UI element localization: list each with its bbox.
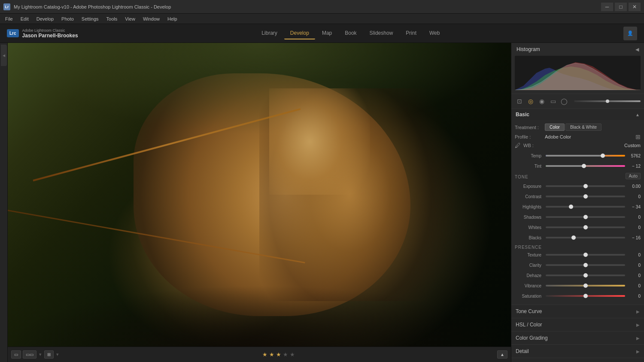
star-3[interactable]: ★ — [276, 351, 281, 358]
filmstrip-toggle[interactable]: ▲ — [497, 350, 507, 359]
close-button[interactable]: ✕ — [629, 3, 641, 11]
clarity-slider-row: Clarity 0 — [515, 261, 641, 269]
hsl-color-section[interactable]: HSL / Color ▶ — [511, 318, 644, 332]
dehaze-thumb[interactable] — [583, 273, 588, 278]
left-panel-collapse[interactable]: ◀ — [1, 45, 7, 66]
whites-value: 0 — [627, 225, 641, 230]
detail-section[interactable]: Detail ▶ — [511, 345, 644, 358]
auto-button[interactable]: Auto — [626, 173, 641, 179]
highlights-thumb[interactable] — [569, 205, 573, 209]
photo-area: ▭ ▭▭ ▾ ⊞ ▾ ★ ★ ★ ★ ★ ▲ — [8, 43, 511, 362]
wb-value[interactable]: Custom — [624, 143, 641, 148]
tint-track[interactable] — [546, 165, 625, 167]
contrast-track[interactable] — [546, 196, 625, 197]
tint-slider-row: Tint − 12 — [515, 162, 641, 170]
clarity-label: Clarity — [515, 263, 544, 268]
dehaze-track[interactable] — [546, 275, 625, 276]
tint-thumb[interactable] — [582, 164, 586, 168]
titlebar-left: Lr My Lightroom Catalog-v10 - Adobe Phot… — [3, 3, 171, 10]
basic-panel-header[interactable]: Basic ▲ — [511, 109, 644, 120]
profile-value[interactable]: Adobe Color — [545, 134, 635, 139]
view-mode-single[interactable]: ▭ — [11, 350, 21, 359]
topnav-right: 👤 — [623, 27, 637, 40]
vibrance-thumb[interactable] — [583, 284, 588, 288]
wb-row: 🖊 WB : Custom — [515, 142, 641, 149]
contrast-thumb[interactable] — [583, 194, 588, 199]
menu-edit[interactable]: Edit — [17, 15, 32, 22]
color-grading-section[interactable]: Color Grading ▶ — [511, 332, 644, 345]
titlebar-controls: ─ □ ✕ — [601, 3, 641, 11]
histogram-collapse-arrow[interactable]: ◀ — [635, 47, 639, 52]
shadows-thumb[interactable] — [583, 215, 588, 219]
photo-dog-head — [269, 88, 370, 195]
mini-exposure-slider[interactable] — [574, 100, 641, 102]
menu-view[interactable]: View — [122, 15, 139, 22]
blacks-track[interactable] — [546, 237, 625, 238]
saturation-thumb[interactable] — [583, 294, 588, 298]
menu-window[interactable]: Window — [140, 15, 163, 22]
wb-eyedropper-icon[interactable]: 🖊 — [515, 142, 521, 149]
star-4[interactable]: ★ — [283, 351, 288, 358]
saturation-track[interactable] — [546, 295, 625, 297]
module-map[interactable]: Map — [316, 27, 338, 39]
module-slideshow[interactable]: Slideshow — [364, 27, 399, 39]
exposure-slider-row — [571, 100, 641, 102]
saturation-slider-row: Saturation 0 — [515, 292, 641, 300]
basic-panel-arrow: ▲ — [635, 112, 640, 117]
crop-tool[interactable]: ⊡ — [515, 97, 524, 106]
exposure-thumb[interactable] — [583, 184, 588, 188]
menu-develop[interactable]: Develop — [33, 15, 57, 22]
treatment-bw-btn[interactable]: Black & White — [565, 124, 601, 131]
shadows-track[interactable] — [546, 216, 625, 218]
app-name: Adobe Lightroom Classic — [22, 28, 78, 33]
texture-track[interactable] — [546, 254, 625, 256]
menu-help[interactable]: Help — [164, 15, 181, 22]
module-develop[interactable]: Develop — [284, 27, 315, 39]
module-web[interactable]: Web — [423, 27, 446, 39]
whites-thumb[interactable] — [583, 225, 588, 229]
lens-corrections-section[interactable]: Lens Corrections ▶ — [511, 358, 644, 362]
gradient-filter[interactable]: ▭ — [548, 97, 558, 106]
view-mode-compare[interactable]: ▭▭ — [23, 350, 36, 359]
menu-settings[interactable]: Settings — [78, 15, 102, 22]
clarity-thumb[interactable] — [583, 263, 588, 267]
blacks-slider-row: Blacks − 16 — [515, 233, 641, 242]
module-library[interactable]: Library — [255, 27, 283, 39]
module-book[interactable]: Book — [339, 27, 362, 39]
clarity-track[interactable] — [546, 264, 625, 266]
texture-slider-row: Texture 0 — [515, 250, 641, 259]
treatment-color-btn[interactable]: Color — [545, 124, 565, 131]
mini-exposure-thumb — [606, 100, 609, 103]
highlights-track[interactable] — [546, 206, 625, 208]
redeye-tool[interactable]: ◉ — [537, 97, 547, 106]
module-print[interactable]: Print — [400, 27, 422, 39]
whites-track[interactable] — [546, 226, 625, 228]
highlights-slider-row: Highlights − 34 — [515, 202, 641, 211]
menu-file[interactable]: File — [2, 15, 16, 22]
radial-filter[interactable]: ◯ — [559, 97, 569, 106]
maximize-button[interactable]: □ — [615, 3, 627, 11]
tone-curve-section[interactable]: Tone Curve ▶ — [511, 305, 644, 318]
temp-track[interactable] — [546, 155, 625, 157]
exposure-track[interactable] — [546, 185, 625, 187]
texture-thumb[interactable] — [583, 253, 588, 257]
window-title: My Lightroom Catalog-v10 - Adobe Photosh… — [14, 4, 171, 9]
minimize-button[interactable]: ─ — [601, 3, 613, 11]
menu-photo[interactable]: Photo — [58, 15, 77, 22]
vibrance-slider-row: Vibrance 0 — [515, 281, 641, 290]
blacks-thumb[interactable] — [571, 235, 576, 240]
vibrance-track[interactable] — [546, 285, 625, 287]
view-mode-survey[interactable]: ⊞ — [44, 350, 54, 359]
star-5[interactable]: ★ — [290, 351, 295, 358]
menu-tools[interactable]: Tools — [103, 15, 121, 22]
star-2[interactable]: ★ — [269, 351, 274, 358]
temp-label: Temp — [515, 154, 544, 158]
exposure-slider-row: Exposure 0.00 — [515, 182, 641, 190]
temp-thumb[interactable] — [601, 154, 605, 158]
user-info: Adobe Lightroom Classic Jason Parnell-Br… — [22, 28, 78, 39]
profile-grid-icon[interactable]: ⊞ — [635, 133, 641, 140]
tint-fill — [546, 165, 584, 167]
titlebar: Lr My Lightroom Catalog-v10 - Adobe Phot… — [0, 0, 644, 14]
healing-tool[interactable]: ◎ — [526, 97, 535, 106]
star-1[interactable]: ★ — [262, 351, 267, 358]
